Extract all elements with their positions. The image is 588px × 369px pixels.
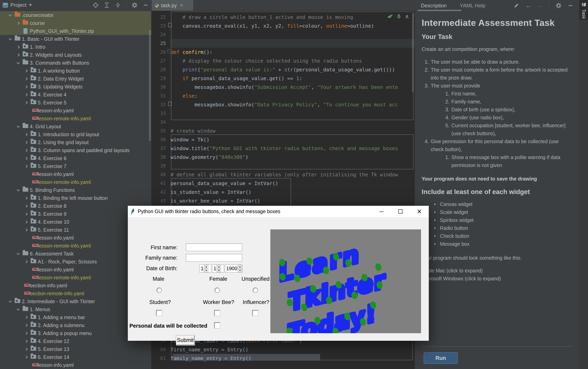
chevron-down-icon[interactable] bbox=[9, 13, 12, 16]
tree-item[interactable]: 4. Grid Layout bbox=[0, 123, 151, 130]
chevron-down-icon[interactable] bbox=[9, 37, 12, 40]
chevron-down-icon[interactable] bbox=[17, 61, 20, 64]
influencer-checkbox[interactable] bbox=[253, 310, 258, 316]
tree-item[interactable]: YMLlesson-remote-info.yaml bbox=[0, 114, 151, 123]
tree-item[interactable]: YMLlesson-remote-info.yaml bbox=[0, 178, 151, 186]
tree-item[interactable]: 2. Data Entry Widget bbox=[0, 75, 151, 83]
tree-item[interactable]: 1. A working button bbox=[0, 67, 151, 75]
chevron-right-icon[interactable] bbox=[24, 149, 28, 152]
maximize-button[interactable] bbox=[391, 206, 410, 217]
chevron-down-icon[interactable] bbox=[29, 4, 32, 6]
prev-issue-icon[interactable]: ∧ bbox=[405, 13, 409, 20]
spin-up-icon[interactable]: ▲ bbox=[204, 265, 208, 269]
tree-item[interactable]: 2. Widgets and Layouts bbox=[0, 51, 151, 59]
student-checkbox[interactable] bbox=[156, 310, 162, 316]
chevron-right-icon[interactable] bbox=[24, 260, 28, 263]
tree-item[interactable]: 6. Exercise 14 bbox=[0, 353, 151, 361]
chevron-down-icon[interactable] bbox=[17, 252, 20, 255]
tree-item[interactable]: Python_GUI_with_Tkinter.zip bbox=[0, 27, 151, 35]
run-button[interactable]: Run bbox=[424, 352, 458, 364]
male-radio[interactable] bbox=[156, 287, 162, 293]
gear-icon[interactable] bbox=[555, 2, 562, 9]
chevron-right-icon[interactable] bbox=[24, 101, 28, 104]
tree-item[interactable]: 1. Introduction to grid layout bbox=[0, 130, 151, 138]
tab-yaml-help[interactable]: YAML Help bbox=[460, 3, 486, 9]
tree-item[interactable]: 1. Binding the left mouse button bbox=[0, 194, 151, 202]
tree-item[interactable]: 3. Column spans and padded grid layouts bbox=[0, 146, 151, 154]
tree-scrollbar[interactable] bbox=[149, 30, 151, 141]
spin-down-icon[interactable]: ▼ bbox=[217, 269, 221, 272]
tkinter-window[interactable]: Python GUI with tkinter radio buttons, c… bbox=[128, 206, 429, 341]
spin-up-icon[interactable]: ▲ bbox=[217, 265, 221, 269]
chevron-right-icon[interactable] bbox=[24, 196, 28, 200]
chevron-right-icon[interactable] bbox=[24, 212, 28, 215]
chevron-right-icon[interactable] bbox=[24, 316, 28, 319]
dialog-title-bar[interactable]: Python GUI with tkinter radio buttons, c… bbox=[128, 206, 429, 217]
tree-item[interactable]: YMLlesson-info.yaml bbox=[0, 170, 151, 178]
chevron-right-icon[interactable] bbox=[24, 165, 28, 168]
chevron-down-icon[interactable] bbox=[17, 307, 20, 310]
chevron-right-icon[interactable] bbox=[24, 356, 28, 359]
family-name-input[interactable] bbox=[186, 254, 242, 261]
spin-up-icon[interactable]: ▲ bbox=[238, 265, 242, 269]
close-button[interactable]: × bbox=[410, 206, 429, 217]
tree-item[interactable]: .coursecreator bbox=[0, 11, 151, 19]
chevron-right-icon[interactable] bbox=[24, 85, 28, 88]
chevron-right-icon[interactable] bbox=[24, 133, 28, 136]
inspection-widget[interactable]: ✔✔ 6 ∧ ∨ bbox=[387, 13, 415, 20]
locate-file-icon[interactable] bbox=[93, 2, 99, 8]
spin-down-icon[interactable]: ▼ bbox=[204, 269, 208, 272]
chevron-right-icon[interactable] bbox=[24, 228, 28, 231]
tree-item[interactable]: YMLlesson-info.yaml bbox=[0, 107, 151, 114]
tree-item[interactable]: YMLlesson-info.yaml bbox=[0, 361, 151, 369]
task-tool-button[interactable]: Task bbox=[579, 0, 588, 20]
chevron-right-icon[interactable] bbox=[24, 339, 28, 343]
chevron-right-icon[interactable] bbox=[24, 69, 28, 72]
tree-item[interactable]: 5. Binding Functions bbox=[0, 186, 151, 194]
chevron-right-icon[interactable] bbox=[24, 324, 28, 327]
expand-all-icon[interactable] bbox=[104, 2, 110, 8]
chevron-right-icon[interactable] bbox=[24, 348, 28, 351]
tree-item[interactable]: 5. Exercise 13 bbox=[0, 345, 151, 353]
unspecified-radio[interactable] bbox=[253, 287, 258, 293]
chevron-right-icon[interactable] bbox=[24, 220, 28, 224]
tree-item[interactable]: 1. Basic - GUI with Tkinter bbox=[0, 35, 151, 43]
consent-checkbox[interactable] bbox=[214, 322, 220, 328]
tree-item[interactable]: course bbox=[0, 19, 151, 27]
link-apple-mac[interactable]: Apple Mac (click to expand) bbox=[422, 266, 570, 275]
tree-item[interactable]: 3. Commands with Buttons bbox=[0, 59, 151, 67]
chevron-down-icon[interactable] bbox=[9, 299, 12, 303]
spin-down-icon[interactable]: ▼ bbox=[238, 269, 242, 272]
submit-button[interactable]: Submit bbox=[176, 335, 195, 345]
month-spinbox[interactable]: 1 ▲▼ bbox=[212, 265, 224, 273]
hide-panel-icon[interactable] bbox=[143, 2, 149, 8]
chevron-right-icon[interactable] bbox=[17, 21, 20, 25]
chevron-right-icon[interactable] bbox=[24, 141, 28, 144]
chevron-right-icon[interactable] bbox=[24, 332, 28, 335]
tree-item[interactable]: 5. Exercise 5 bbox=[0, 99, 151, 107]
chevron-right-icon[interactable] bbox=[24, 204, 28, 207]
tree-item[interactable]: 4. Exercise 6 bbox=[0, 154, 151, 162]
tree-item[interactable]: 2. Using the grid layout bbox=[0, 138, 151, 146]
tree-item[interactable]: 1. Intro bbox=[0, 43, 151, 51]
editor-scrollbar[interactable] bbox=[412, 13, 414, 92]
close-tab-icon[interactable]: × bbox=[180, 2, 183, 9]
hide-panel-icon[interactable] bbox=[568, 3, 573, 8]
day-spinbox[interactable]: 1 ▲▼ bbox=[199, 265, 211, 273]
tree-item[interactable]: 5. Exercise 7 bbox=[0, 162, 151, 170]
tree-item[interactable]: 3. Updating Widgets bbox=[0, 83, 151, 91]
link-microsoft-windows[interactable]: Microsoft Windows (click to expand) bbox=[422, 275, 570, 283]
year-spinbox[interactable]: 1900 ▲▼ bbox=[225, 265, 242, 273]
female-radio[interactable] bbox=[214, 287, 220, 293]
back-arrow-icon[interactable]: ← bbox=[525, 2, 531, 9]
tab-task-py[interactable]: task.py × bbox=[152, 0, 193, 11]
chevron-down-icon[interactable] bbox=[17, 124, 20, 128]
chevron-down-icon[interactable] bbox=[17, 188, 20, 191]
worker-bee-checkbox[interactable] bbox=[214, 310, 220, 316]
chevron-right-icon[interactable] bbox=[24, 93, 28, 96]
collapse-all-icon[interactable] bbox=[115, 2, 121, 8]
drawing-canvas[interactable]: Learn Tkinter Today! bbox=[270, 229, 421, 333]
chevron-right-icon[interactable] bbox=[24, 77, 28, 80]
gear-icon[interactable] bbox=[132, 2, 138, 8]
minimize-button[interactable]: ─ bbox=[372, 206, 391, 217]
